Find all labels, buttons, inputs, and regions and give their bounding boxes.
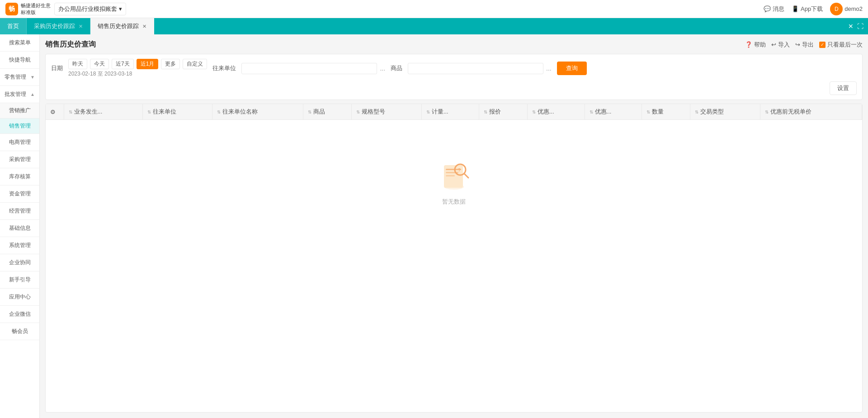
- sidebar-item-wholesale[interactable]: 批发管理 ▲: [0, 86, 39, 103]
- table-column-partner-code[interactable]: ⇅ 往来单位: [142, 104, 212, 120]
- message-icon: 💬: [764, 5, 771, 12]
- import-icon: ↩: [771, 41, 776, 48]
- main-layout: 搜索菜单 快捷导航 零售管理 ▼ 批发管理 ▲ 营销推广 销售管理 电商管理 采…: [0, 34, 868, 418]
- sidebar-item-inventory[interactable]: 库存核算: [0, 168, 39, 185]
- query-button[interactable]: 查询: [557, 62, 587, 75]
- sidebar-item-appstore[interactable]: 应用中心: [0, 289, 39, 306]
- chevron-down-icon: ▼: [30, 75, 35, 80]
- table-column-product[interactable]: ⇅ 商品: [303, 104, 352, 120]
- date-filter-label: 日期: [51, 64, 63, 72]
- app-logo-icon: 畅: [5, 3, 18, 15]
- table-column-qty[interactable]: ⇅ 数量: [642, 104, 690, 120]
- sort-icon: ⇅: [217, 109, 221, 114]
- partner-filter-label: 往来单位: [212, 64, 236, 72]
- content-area: 销售历史价查询 ❓ 帮助 ↩ 导入 ↪ 导出 ✓: [40, 34, 868, 418]
- table-column-discount2[interactable]: ⇅ 优惠...: [585, 104, 642, 120]
- date-btn-yesterday[interactable]: 昨天: [68, 59, 87, 69]
- sidebar-item-shortcuts[interactable]: 快捷导航: [0, 52, 39, 69]
- tab-purchase-label: 采购历史价跟踪: [34, 22, 75, 30]
- top-bar-left: 畅 畅捷通好生意 标准版 办公用品行业模拟账套 ▾: [5, 2, 126, 15]
- table-column-pretax-price[interactable]: ⇅ 优惠前无税单价: [760, 104, 862, 120]
- sidebar-item-sales-mgmt[interactable]: 销售管理: [0, 119, 39, 134]
- close-sales-tab-icon[interactable]: ✕: [142, 24, 146, 29]
- sidebar-item-retail[interactable]: 零售管理 ▼: [0, 69, 39, 86]
- date-options: 昨天 今天 近7天 近1月 更多 自定义: [68, 59, 207, 69]
- sidebar-item-finance[interactable]: 资金管理: [0, 185, 39, 203]
- tab-bar-actions: ✕ ⛶: [844, 18, 868, 34]
- avatar: D: [830, 3, 843, 15]
- only-last-checkbox[interactable]: ✓ 只看最后一次: [819, 41, 863, 49]
- sidebar-item-guide[interactable]: 新手引导: [0, 271, 39, 289]
- logo-text: 畅捷通好生意 标准版: [21, 2, 51, 15]
- table-column-settings[interactable]: ⚙: [46, 104, 64, 120]
- sidebar-item-member[interactable]: 畅会员: [0, 323, 39, 340]
- sidebar-item-purchase[interactable]: 采购管理: [0, 151, 39, 168]
- sidebar: 搜索菜单 快捷导航 零售管理 ▼ 批发管理 ▲ 营销推广 销售管理 电商管理 采…: [0, 34, 40, 418]
- app-download-button[interactable]: 📱 App下载: [792, 5, 823, 13]
- table-column-unit[interactable]: ⇅ 计量...: [421, 104, 479, 120]
- sidebar-item-ecommerce[interactable]: 电商管理: [0, 134, 39, 151]
- sort-icon: ⇅: [308, 109, 311, 114]
- sidebar-item-wechat[interactable]: 企业微信: [0, 306, 39, 323]
- sort-icon: ⇅: [695, 109, 698, 114]
- close-all-tabs-icon[interactable]: ✕: [848, 23, 854, 30]
- sort-icon: ⇅: [646, 109, 650, 114]
- table-column-spec[interactable]: ⇅ 规格型号: [352, 104, 421, 120]
- chevron-down-icon: ▾: [119, 5, 122, 12]
- checkbox-icon: ✓: [819, 42, 826, 48]
- sidebar-item-basic[interactable]: 基础信息: [0, 220, 39, 237]
- tab-home[interactable]: 首页: [0, 18, 27, 34]
- help-button[interactable]: ❓ 帮助: [745, 41, 766, 49]
- sidebar-item-enterprise[interactable]: 企业协同: [0, 254, 39, 271]
- svg-rect-4: [446, 175, 455, 176]
- sidebar-item-operations[interactable]: 经营管理: [0, 203, 39, 220]
- setting-button[interactable]: 设置: [830, 81, 857, 95]
- tab-purchase-history[interactable]: 采购历史价跟踪 ✕: [27, 18, 90, 34]
- sort-icon: ⇅: [147, 109, 151, 114]
- filter-row: 日期 昨天 今天 近7天 近1月 更多 自定义 2023-02-18 至 202…: [45, 54, 863, 100]
- page-header: 销售历史价查询 ❓ 帮助 ↩ 导入 ↪ 导出 ✓: [45, 40, 863, 49]
- empty-state: ? 暂无数据: [46, 120, 862, 242]
- date-btn-1month[interactable]: 近1月: [137, 59, 159, 69]
- page-title: 销售历史价查询: [45, 40, 96, 49]
- product-filter-label: 商品: [391, 64, 402, 72]
- sidebar-item-search[interactable]: 搜索菜单: [0, 34, 39, 52]
- sort-icon: ⇅: [426, 109, 430, 114]
- app-selector[interactable]: 办公用品行业模拟账套 ▾: [54, 3, 126, 15]
- table-column-partner-name[interactable]: ⇅ 往来单位名称: [212, 104, 303, 120]
- table-column-deal-type[interactable]: ⇅ 交易类型: [690, 104, 760, 120]
- data-table: ⚙ ⇅ 业务发生... ⇅: [46, 104, 862, 120]
- product-input[interactable]: [408, 63, 543, 74]
- sort-icon: ⇅: [69, 109, 72, 114]
- page-content: 销售历史价查询 ❓ 帮助 ↩ 导入 ↪ 导出 ✓: [40, 34, 868, 418]
- empty-state-illustration: ?: [436, 156, 472, 192]
- date-btn-7days[interactable]: 近7天: [112, 59, 134, 69]
- tab-sales-history[interactable]: 销售历史价跟踪 ✕: [90, 18, 154, 34]
- user-menu[interactable]: D demo2: [830, 3, 863, 15]
- fullscreen-icon[interactable]: ⛶: [857, 23, 863, 30]
- date-btn-more[interactable]: 更多: [161, 59, 180, 69]
- export-button[interactable]: ↪ 导出: [795, 41, 814, 49]
- product-browse-icon[interactable]: ...: [546, 65, 552, 72]
- table-header-row: ⚙ ⇅ 业务发生... ⇅: [46, 104, 862, 120]
- sort-icon: ⇅: [765, 109, 769, 114]
- sidebar-item-marketing[interactable]: 营销推广: [0, 103, 39, 119]
- table-column-biz-date[interactable]: ⇅ 业务发生...: [64, 104, 142, 120]
- date-btn-today[interactable]: 今天: [90, 59, 109, 69]
- import-button[interactable]: ↩ 导入: [771, 41, 790, 49]
- close-purchase-tab-icon[interactable]: ✕: [79, 24, 83, 29]
- sort-icon: ⇅: [484, 109, 487, 114]
- date-btn-custom[interactable]: 自定义: [183, 59, 207, 69]
- message-button[interactable]: 💬 消息: [764, 5, 784, 13]
- table-column-quote[interactable]: ⇅ 报价: [479, 104, 527, 120]
- partner-input[interactable]: [241, 63, 377, 74]
- export-icon: ↪: [795, 41, 800, 48]
- product-filter-field: ...: [408, 63, 552, 74]
- table-column-discount1[interactable]: ⇅ 优惠...: [527, 104, 585, 120]
- partner-browse-icon[interactable]: ...: [380, 65, 385, 72]
- top-bar: 畅 畅捷通好生意 标准版 办公用品行业模拟账套 ▾ 💬 消息 📱 App下载 D…: [0, 0, 868, 18]
- chevron-up-icon: ▲: [30, 92, 35, 97]
- tab-bar: 首页 采购历史价跟踪 ✕ 销售历史价跟踪 ✕ ✕ ⛶: [0, 18, 868, 34]
- sidebar-item-system[interactable]: 系统管理: [0, 237, 39, 254]
- date-range-text: 2023-02-18 至 2023-03-18: [68, 70, 207, 78]
